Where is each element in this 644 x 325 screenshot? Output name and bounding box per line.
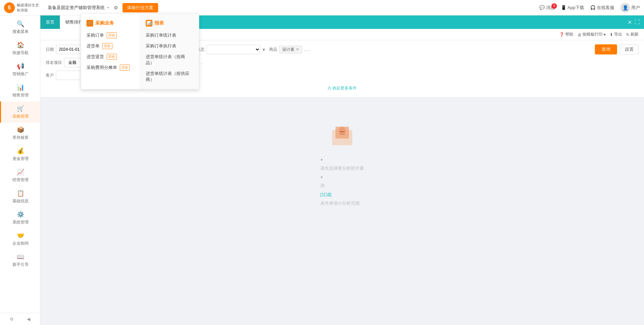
base-icon: 📋 (17, 190, 24, 197)
system-name: 装备及固定资产辅助管理系统 (48, 5, 105, 11)
sidebar-item-inventory[interactable]: 📦 库存核算 (0, 123, 40, 144)
rank-item-label: 排名项目 (46, 60, 62, 66)
help-button[interactable]: ❓ 帮助 (559, 32, 573, 37)
logo: 6 畅捷通好生意 标准版 (4, 2, 44, 13)
action-buttons: 查询 设置 (595, 44, 639, 54)
message-button[interactable]: 💬 消息 9 (539, 5, 555, 11)
history-badge-2: 历史 (102, 43, 112, 49)
dropdown-item-return[interactable]: 进货退货 历史 (81, 51, 140, 62)
goods-filter: 商品 设计素 ✕ ... (269, 46, 311, 53)
refresh-button[interactable]: ↻ 刷新 (626, 32, 639, 37)
home-icon: 🏠 (17, 41, 24, 49)
print-button[interactable]: 🖨 按模板打印 ▾ (577, 32, 606, 37)
purchase-business-header-icon: 🛒 (86, 20, 93, 27)
sidebar-item-sales[interactable]: 📊 销售管理 (0, 80, 40, 101)
sidebar-item-operations[interactable]: 📈 经营管理 (0, 165, 40, 186)
print-icon: 🖨 (577, 32, 581, 37)
search-icon: 🔍 (17, 20, 24, 28)
tab-minimize-icon[interactable]: ✕ (628, 19, 632, 26)
purchase-icon: 🛒 (17, 105, 24, 112)
help-icon: ❓ (559, 32, 564, 37)
topbar-system: 装备及固定资产辅助管理系统 ▾ ⚙ 体验行业方案 (48, 3, 539, 12)
settings-icon[interactable]: ⚙ (10, 317, 14, 322)
system-icon: ⚙️ (17, 211, 24, 218)
dropdown-item-order-exec[interactable]: 采购订单执行表 (140, 41, 199, 51)
purchase-dropdown-menu: 🛒 采购业务 采购订单 历史 进货单 历史 进货退货 历史 采购费用分摊单 历史… (81, 13, 199, 89)
system-arrow-icon[interactable]: ▾ (107, 6, 109, 9)
sidebar-item-guide[interactable]: 📖 新手引导 (0, 250, 40, 271)
print-arrow-icon: ▾ (604, 32, 606, 37)
app-download-button[interactable]: 📱 App下载 (561, 5, 584, 11)
history-badge-3: 历史 (107, 54, 117, 60)
sidebar-bottom: ⚙ ◀ (0, 313, 40, 325)
tab-actions: ✕ ⛶ (623, 15, 644, 29)
empty-state: ● 请先选择要分析的方案 ● 用[过滤]条件来缩小分析范围 (40, 97, 644, 232)
avatar: 👤 (620, 3, 630, 12)
empty-text: ● 请先选择要分析的方案 ● 用[过滤]条件来缩小分析范围 (320, 155, 364, 208)
logo-icon: 6 (4, 2, 15, 13)
dropdown-item-stock-by-goods[interactable]: 进货单统计表（按商品） (140, 51, 199, 68)
cooperation-icon: 🤝 (17, 232, 24, 239)
empty-illustration (325, 122, 359, 149)
date-label: 日期 (46, 47, 54, 52)
tab-expand-icon[interactable]: ⛶ (635, 19, 640, 25)
phone-icon: 📱 (561, 5, 566, 10)
sidebar-item-cooperation[interactable]: 🤝 企业协同 (0, 229, 40, 250)
dropdown-item-order-stat[interactable]: 采购订单统计表 (140, 30, 199, 41)
topbar-right: 💬 消息 9 📱 App下载 🎧 在线客服 👤 用户 (539, 3, 640, 12)
message-icon: 💬 (539, 5, 545, 10)
refresh-icon: ↻ (626, 32, 630, 37)
sidebar-item-marketing[interactable]: 📢 营销推广 (0, 59, 40, 80)
dropdown-item-purchase-order[interactable]: 采购订单 历史 (81, 30, 140, 41)
sales-icon: 📊 (17, 84, 24, 91)
purchase-business-header: 🛒 采购业务 (81, 18, 140, 30)
svg-point-2 (339, 127, 346, 133)
sidebar-item-purchase[interactable]: 🛒 采购管理 (0, 101, 40, 123)
message-badge: 9 (551, 3, 557, 9)
report-col: 📊 报表 采购订单统计表 采购订单执行表 进货单统计表（按商品） 进货单统计表（… (140, 14, 199, 89)
operations-icon: 📈 (17, 168, 24, 176)
report-header: 📊 报表 (140, 18, 199, 30)
sidebar-item-base[interactable]: 📋 基础信息 (0, 186, 40, 207)
dropdown-item-stock-by-supplier[interactable]: 进货单统计表（按供应商） (140, 68, 199, 85)
online-service-button[interactable]: 🎧 在线客服 (590, 5, 614, 11)
goods-more-dots[interactable]: ... (304, 46, 311, 52)
goods-label: 商品 (269, 47, 277, 52)
sidebar-item-finance[interactable]: 💰 资金管理 (0, 144, 40, 165)
doc-status-more-icon: ▾ (262, 46, 265, 53)
doc-status-filter: 单据状态 ▾ (188, 45, 265, 54)
logo-text: 畅捷通好生意 标准版 (17, 3, 39, 12)
doc-status-select[interactable] (207, 45, 260, 54)
purchase-business-col: 🛒 采购业务 采购订单 历史 进货单 历史 进货退货 历史 采购费用分摊单 历史 (81, 14, 140, 89)
bullet1: ● (320, 155, 364, 164)
goods-tag-close-icon[interactable]: ✕ (296, 47, 299, 52)
empty-tip2: 用[过滤]条件来缩小分析范围 (320, 181, 364, 208)
query-button[interactable]: 查询 (595, 44, 617, 54)
gear-icon[interactable]: ⚙ (112, 4, 120, 12)
marketing-icon: 📢 (17, 63, 24, 70)
report-header-icon: 📊 (146, 20, 152, 27)
user-menu[interactable]: 👤 用户 (620, 3, 640, 12)
sidebar: 🔍 搜索菜单 🏠 快捷导航 📢 营销推广 📊 销售管理 🛒 采购管理 📦 库存核… (0, 15, 40, 325)
collapse-sidebar-icon[interactable]: ◀ (27, 317, 30, 322)
industry-button[interactable]: 体验行业方案 (122, 3, 158, 12)
export-icon: ⬇ (610, 32, 613, 37)
bullet2: ● (320, 173, 364, 181)
tab-home[interactable]: 首页 (40, 15, 60, 29)
sidebar-item-nav[interactable]: 🏠 快捷导航 (0, 38, 40, 59)
sidebar-item-system[interactable]: ⚙️ 系统管理 (0, 207, 40, 229)
headset-icon: 🎧 (590, 5, 596, 10)
collapse-up-icon: ⋀ (328, 86, 331, 90)
dropdown-item-stock-in[interactable]: 进货单 历史 (81, 41, 140, 51)
history-badge-4: 历史 (120, 65, 130, 71)
sidebar-item-search[interactable]: 🔍 搜索菜单 (0, 17, 40, 38)
finance-icon: 💰 (17, 147, 24, 155)
history-badge-1: 历史 (107, 32, 117, 38)
dropdown-item-expense[interactable]: 采购费用分摊单 历史 (81, 62, 140, 73)
set-button[interactable]: 设置 (620, 44, 639, 54)
guide-icon: 📖 (17, 253, 24, 260)
export-button[interactable]: ⬇ 导出 (610, 32, 622, 37)
goods-tag: 设计素 ✕ (279, 46, 302, 53)
customer-label: 客户 (46, 73, 54, 78)
inventory-icon: 📦 (17, 126, 24, 133)
